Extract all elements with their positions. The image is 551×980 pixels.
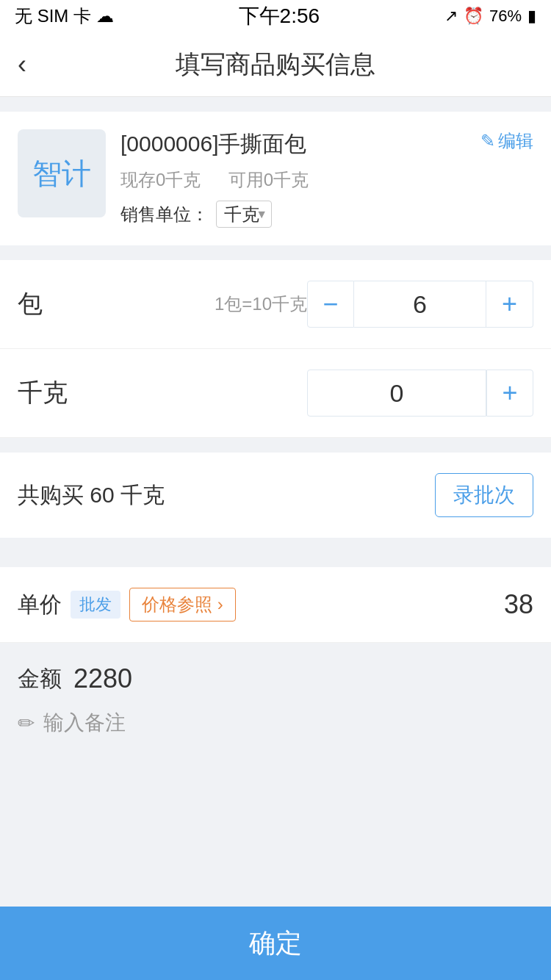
quantity-label-kg: 千克: [18, 376, 307, 410]
unit-select-wrap[interactable]: 千克: [216, 201, 272, 228]
back-button[interactable]: ‹: [18, 49, 26, 80]
quantity-sublabel-bao: 1包=10千克: [215, 292, 307, 316]
nav-bar: ‹ 填写商品购买信息: [0, 32, 551, 97]
product-name: [0000006]手撕面包: [120, 129, 533, 159]
product-info: [0000006]手撕面包 现存0千克 可用0千克 销售单位： 千克: [120, 129, 533, 228]
spacing: [206, 170, 223, 190]
quantity-section: 包 1包=10千克 − + 千克 +: [0, 260, 551, 438]
remark-row[interactable]: ✏ 输入备注: [18, 709, 533, 737]
product-logo: 智计: [32, 154, 91, 194]
battery-text: 76%: [489, 7, 522, 26]
product-stock: 现存0千克 可用0千克: [120, 168, 533, 192]
quantity-label-bao: 包: [18, 287, 207, 321]
no-sim-text: 无 SIM 卡 ☁: [15, 4, 114, 28]
clock-icon: ⏰: [464, 7, 483, 26]
quantity-row-bao: 包 1包=10千克 − +: [0, 260, 551, 349]
status-bar: 无 SIM 卡 ☁ 下午2:56 ↗ ⏰ 76% ▮: [0, 0, 551, 32]
status-right: ↗ ⏰ 76% ▮: [444, 7, 536, 26]
edit-button[interactable]: ✎ 编辑: [480, 129, 533, 153]
product-unit-row: 销售单位： 千克: [120, 201, 533, 228]
plus-button-kg[interactable]: +: [486, 370, 533, 417]
stock-text: 现存0千克: [120, 170, 201, 190]
price-ref-button[interactable]: 价格参照 ›: [129, 588, 236, 621]
qty-input-kg[interactable]: [307, 370, 486, 417]
price-label: 单价: [18, 590, 62, 620]
minus-button-bao[interactable]: −: [307, 281, 354, 328]
confirm-button[interactable]: 确定: [0, 907, 551, 980]
remark-placeholder: 输入备注: [43, 709, 126, 737]
price-section: 单价 批发 价格参照 › 38: [0, 567, 551, 643]
product-section: 智计 [0000006]手撕面包 现存0千克 可用0千克 销售单位： 千克: [0, 112, 551, 245]
batch-button[interactable]: 录批次: [435, 473, 533, 517]
plus-button-bao[interactable]: +: [486, 281, 533, 328]
qty-input-bao[interactable]: [354, 281, 486, 328]
quantity-row-kg: 千克 +: [0, 349, 551, 438]
amount-label: 金额: [18, 664, 62, 694]
amount-section: 金额 2280 ✏ 输入备注: [0, 643, 551, 752]
available-text: 可用0千克: [228, 170, 309, 190]
product-image: 智计: [18, 129, 106, 217]
page-title: 填写商品购买信息: [176, 48, 375, 82]
unit-select[interactable]: 千克: [216, 201, 272, 228]
location-icon: ↗: [444, 7, 458, 26]
amount-row: 金额 2280: [18, 663, 533, 694]
status-left: 无 SIM 卡 ☁: [15, 4, 114, 28]
summary-text: 共购买 60 千克: [18, 480, 165, 511]
quantity-controls-kg: +: [307, 370, 533, 417]
price-left: 单价 批发 价格参照 ›: [18, 588, 236, 621]
edit-label: 编辑: [498, 129, 533, 153]
summary-section: 共购买 60 千克 录批次: [0, 453, 551, 538]
separator-1: [0, 538, 551, 552]
edit-icon: ✎: [480, 131, 495, 151]
quantity-controls-bao: − +: [307, 281, 533, 328]
price-row: 单价 批发 价格参照 › 38: [18, 588, 533, 621]
price-tag-pifa: 批发: [71, 591, 120, 619]
battery-icon: ▮: [527, 7, 536, 26]
unit-label: 销售单位：: [120, 203, 209, 226]
amount-value: 2280: [73, 663, 132, 694]
status-time: 下午2:56: [239, 2, 320, 30]
remark-icon: ✏: [18, 711, 35, 735]
price-value: 38: [504, 589, 533, 620]
